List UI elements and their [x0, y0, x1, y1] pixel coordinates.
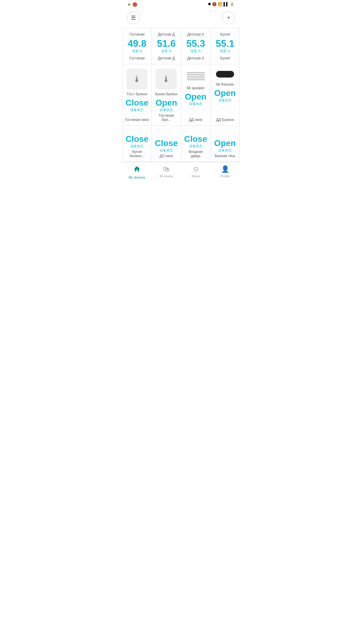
card-status: Open — [156, 98, 177, 108]
person-icon: 👤 — [221, 165, 229, 173]
card-bottom-name: Ванная течь — [215, 154, 236, 158]
nav-news[interactable]: ⊙ News — [181, 162, 211, 182]
card-room: Гостиная — [129, 32, 144, 36]
speaker-line-3 — [187, 76, 205, 77]
device-card-8[interactable]: Close 设备状态 Кухня балкон... — [122, 126, 152, 162]
device-card-6[interactable]: Mi speaker Open 设备状态 ДД окно — [181, 64, 211, 126]
device-card-10[interactable]: Close 设备状态 Входная дверь — [181, 126, 211, 162]
card-unit: 湿度 % — [161, 49, 172, 53]
status-left: ▶ ⬤ — [126, 2, 137, 7]
bottom-nav: My devices 🛍 Mi Home ⊙ News 👤 Profile — [122, 162, 240, 182]
card-status-label: 设备状态 — [218, 148, 232, 153]
card-speaker-label: Mi speaker — [187, 86, 205, 90]
card-unit: 湿度 % — [220, 49, 230, 53]
nav-my-devices[interactable]: My devices — [122, 162, 152, 182]
card-bottom-name: ДД Балкон — [216, 118, 234, 122]
status-bar: ▶ ⬤ ✱ 🔕 📶 ▌▌ 🔋 — [122, 0, 240, 8]
thermometer-icon: 🌡 — [133, 74, 141, 84]
card-remote-label: Mi Remote — [216, 82, 234, 87]
add-icon: + — [227, 15, 230, 21]
compass-icon: ⊙ — [193, 165, 198, 173]
menu-button[interactable]: ☰ — [127, 11, 140, 24]
play-icon: ▶ — [128, 2, 131, 6]
card-status-label: 设备状态 — [189, 144, 202, 148]
card-bottom-name: Кухня балкон... — [125, 150, 149, 158]
shop-icon: 🛍 — [163, 165, 170, 173]
thermometer-icon: 🌡 — [162, 74, 170, 84]
nav-news-label: News — [192, 174, 200, 178]
card-unit: 湿度 % — [190, 49, 201, 53]
speaker-line-2 — [187, 74, 205, 75]
card-bottom-name: ДА окно — [160, 154, 173, 158]
card-room: Детская А — [187, 32, 204, 36]
card-status-label: 设备状态 — [189, 102, 202, 106]
card-status: Close — [155, 138, 178, 148]
device-card-11[interactable]: Open 设备状态 Ванная течь — [211, 126, 240, 162]
record-icon: ⬤ — [132, 2, 137, 7]
card-value: 51.6 — [157, 38, 176, 49]
card-bottom-name: Гостиная окно — [125, 118, 149, 122]
device-card-2[interactable]: Детская А 55.3 湿度 % Детская А — [181, 28, 211, 64]
nav-profile-label: Profile — [221, 174, 230, 178]
card-sensor-label: Гост. балкон — [127, 92, 147, 96]
card-icon-area: 🌡 — [126, 68, 148, 90]
card-value: 49.8 — [128, 38, 146, 49]
card-name: Гостиная — [129, 56, 144, 60]
card-bottom-name: Входная дверь — [184, 150, 208, 158]
card-status-label: 设备状态 — [160, 108, 173, 112]
device-card-0[interactable]: Гостиная 49.8 湿度 % Гостиная — [122, 28, 152, 64]
devices-grid: Гостиная 49.8 湿度 % Гостиная Детская Д 51… — [122, 28, 240, 162]
speaker-line-1 — [187, 72, 205, 73]
card-status: Open — [214, 138, 236, 148]
card-name: Детская А — [187, 56, 204, 60]
card-status: Close — [125, 98, 148, 108]
card-sensor-label: Кухня балкон — [155, 92, 177, 96]
device-card-1[interactable]: Детская Д 51.6 湿度 % Детская Д — [152, 28, 181, 64]
card-status: Close — [125, 134, 148, 144]
card-status-label: 设备状态 — [130, 144, 144, 148]
card-value: 55.1 — [216, 38, 234, 49]
menu-icon: ☰ — [131, 14, 136, 21]
status-right: ✱ 🔕 📶 ▌▌ 🔋 — [207, 2, 236, 6]
remote-icon-area — [216, 71, 234, 80]
bluetooth-icon: ✱ — [208, 2, 211, 6]
device-card-7[interactable]: Mi Remote Open 设备状态 ДД Балкон — [211, 64, 240, 126]
card-room: Кухня — [220, 32, 230, 36]
device-card-5[interactable]: 🌡 Кухня балкон Open 设备状态 Гостиная бал... — [152, 64, 181, 126]
nav-my-devices-label: My devices — [129, 176, 145, 179]
battery-icon: 🔋 — [230, 2, 234, 6]
nav-mi-home-label: Mi Home — [160, 174, 173, 178]
signal-icon: ▌▌ — [224, 2, 229, 6]
card-status-label: 设备状态 — [160, 148, 173, 153]
speaker-icon-area — [185, 68, 206, 84]
card-status: Open — [214, 88, 236, 98]
card-status-label: 设备状态 — [218, 98, 232, 103]
device-card-9[interactable]: Close 设备状态 ДА окно — [152, 126, 181, 162]
card-name: Детская Д — [158, 56, 175, 60]
card-status: Close — [184, 134, 207, 144]
nav-mi-home[interactable]: 🛍 Mi Home — [152, 162, 181, 182]
header: ☰ + — [122, 8, 240, 28]
add-device-button[interactable]: + — [222, 11, 235, 24]
card-bottom-name: ДД окно — [189, 118, 202, 122]
speaker-line-4 — [187, 78, 205, 78]
card-status-label: 设备状态 — [130, 108, 144, 112]
card-unit: 湿度 % — [132, 49, 142, 53]
nav-profile[interactable]: 👤 Profile — [211, 162, 240, 182]
wifi-icon: 📶 — [218, 2, 222, 6]
card-value: 55.3 — [186, 38, 205, 49]
card-icon-area: 🌡 — [156, 68, 177, 90]
home-icon — [133, 165, 141, 174]
device-card-4[interactable]: 🌡 Гост. балкон Close 设备状态 Гостиная окно — [122, 64, 152, 126]
card-status: Open — [185, 92, 207, 102]
card-name: Кухня — [220, 56, 230, 60]
card-bottom-name: Гостиная бал... — [154, 113, 178, 122]
card-room: Детская Д — [158, 32, 175, 36]
remote-puck — [216, 71, 234, 78]
device-card-3[interactable]: Кухня 55.1 湿度 % Кухня — [211, 28, 240, 64]
speaker-line-5 — [187, 79, 205, 80]
mute-icon: 🔕 — [212, 2, 217, 6]
